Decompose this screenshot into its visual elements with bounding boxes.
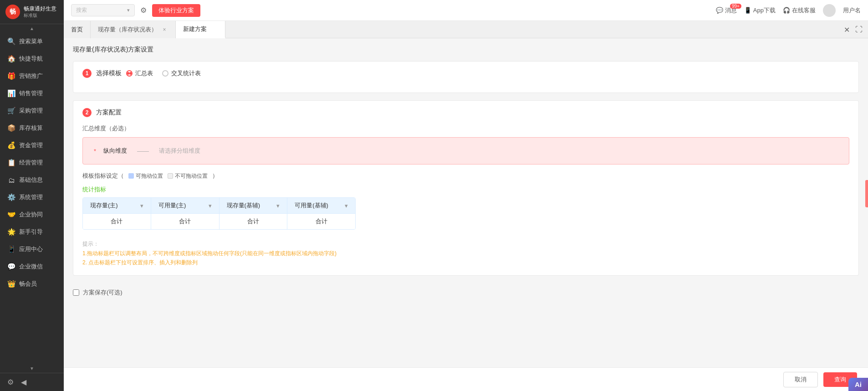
tab-new-label: 新建方案 bbox=[183, 25, 207, 33]
tab-inventory-close[interactable]: × bbox=[161, 26, 168, 33]
sidebar-item-inventory[interactable]: 📦 库存核算 bbox=[0, 119, 64, 137]
settings-icon[interactable]: ⚙ bbox=[7, 378, 14, 386]
sidebar-item-app-center[interactable]: 📱 应用中心 bbox=[0, 241, 64, 258]
money-icon: 💰 bbox=[7, 141, 15, 149]
topbar-settings-icon[interactable]: ⚙ bbox=[140, 6, 147, 15]
sidebar-item-new-guide[interactable]: 🌟 新手引导 bbox=[0, 223, 64, 241]
sidebar-item-label: 企业微信 bbox=[19, 262, 43, 271]
fixed-label: 不可拖动位置 bbox=[175, 172, 208, 180]
sidebar-item-label: 基础信息 bbox=[19, 176, 43, 184]
sidebar-item-label: 营销推广 bbox=[19, 72, 43, 80]
sidebar-item-member[interactable]: 👑 畅会员 bbox=[0, 275, 64, 293]
aggregate-label: 汇总维度（必选） bbox=[82, 124, 849, 133]
tab-home[interactable]: 首页 bbox=[64, 21, 91, 38]
section2-number: 2 bbox=[82, 108, 92, 117]
tab-expand-icon[interactable]: ⛶ bbox=[853, 24, 864, 36]
sidebar-item-wechat[interactable]: 💬 企业微信 bbox=[0, 258, 64, 275]
sidebar-item-finance[interactable]: 💰 资金管理 bbox=[0, 137, 64, 154]
service-btn[interactable]: 🎧 在线客服 bbox=[783, 6, 816, 15]
app-version: 标准版 bbox=[24, 12, 56, 19]
sidebar-scroll-down[interactable]: ▼ bbox=[0, 364, 64, 373]
message-btn[interactable]: 💬 消息 99+ bbox=[716, 6, 737, 15]
dimension-box[interactable]: * 纵向维度 —— 请选择分组维度 bbox=[82, 137, 849, 165]
app-download-btn[interactable]: 📱 App下载 bbox=[744, 6, 776, 15]
hint-item-1-text: 2. 点击标题栏下拉可设置排序、插入列和删除列 bbox=[82, 259, 198, 266]
stats-col-3[interactable]: 可用量(基辅) ▾ bbox=[287, 198, 355, 213]
template-close: ） bbox=[212, 172, 218, 180]
cancel-button[interactable]: 取消 bbox=[783, 372, 818, 387]
stats-col-arrow-2[interactable]: ▾ bbox=[276, 202, 280, 209]
username[interactable]: 用户名 bbox=[843, 6, 861, 15]
app-logo-icon: 畅 bbox=[5, 5, 20, 19]
industry-btn[interactable]: 体验行业方案 bbox=[152, 4, 200, 17]
crown-icon: 👑 bbox=[7, 280, 15, 288]
right-edge-scroll-bar[interactable] bbox=[865, 180, 868, 207]
stats-col-label-1: 可用量(主) bbox=[158, 201, 186, 210]
mobile-icon: 📱 bbox=[7, 245, 15, 253]
stats-col-0[interactable]: 现存量(主) ▾ bbox=[83, 198, 151, 213]
stats-cell-0-0: 合计 bbox=[83, 213, 151, 229]
fixed-indicator: 不可拖动位置 bbox=[168, 172, 208, 180]
chart-icon: 📊 bbox=[7, 89, 15, 98]
app-name: 畅康通好生意 bbox=[24, 5, 56, 13]
collapse-icon[interactable]: ◀ bbox=[21, 378, 26, 386]
tab-home-label: 首页 bbox=[71, 26, 83, 34]
stats-col-arrow-0[interactable]: ▾ bbox=[140, 202, 143, 209]
movable-indicator: 可拖动位置 bbox=[128, 172, 163, 180]
sidebar-item-quick-nav[interactable]: 🏠 快捷导航 bbox=[0, 50, 64, 67]
sidebar-item-enterprise[interactable]: 🤝 企业协同 bbox=[0, 206, 64, 223]
sidebar-item-system[interactable]: ⚙️ 系统管理 bbox=[0, 189, 64, 206]
message-icon: 💬 bbox=[716, 7, 723, 14]
hint-item-1: 2. 点击标题栏下拉可设置排序、插入列和删除列 bbox=[82, 259, 849, 267]
stats-cell-0-1: 合计 bbox=[151, 213, 220, 229]
sidebar-item-marketing[interactable]: 🎁 营销推广 bbox=[0, 67, 64, 85]
stats-col-arrow-3[interactable]: ▾ bbox=[345, 202, 348, 209]
radio-cross-label: 交叉统计表 bbox=[171, 69, 201, 77]
stats-col-label-3: 可用量(基辅) bbox=[295, 201, 328, 210]
radio-cross[interactable]: 交叉统计表 bbox=[162, 69, 201, 77]
ai-badge[interactable]: Ai bbox=[848, 378, 868, 391]
section1-card: 1 选择模板 汇总表 交叉统计表 bbox=[73, 61, 859, 93]
section2-card: 2 方案配置 汇总维度（必选） * 纵向维度 —— 请选择分组维度 模板指标设定… bbox=[73, 100, 859, 276]
section1-number: 1 bbox=[82, 69, 92, 78]
stats-col-1[interactable]: 可用量(主) ▾ bbox=[151, 198, 220, 213]
user-avatar[interactable] bbox=[823, 4, 836, 17]
tab-inventory-status[interactable]: 现存量（库存状况表） × bbox=[91, 21, 176, 38]
sidebar-item-label: 销售管理 bbox=[19, 89, 43, 98]
main-area: 搜索 ▾ ⚙ 体验行业方案 💬 消息 99+ 📱 App下载 🎧 在线客服 用户… bbox=[64, 0, 868, 391]
dimension-label: 纵向维度 bbox=[103, 147, 127, 155]
sidebar-item-label: 经营管理 bbox=[19, 159, 43, 167]
sidebar-item-operation[interactable]: 📋 经营管理 bbox=[0, 154, 64, 171]
sidebar-item-sales[interactable]: 📊 销售管理 bbox=[0, 85, 64, 102]
stats-col-2[interactable]: 现存量(基辅) ▾ bbox=[220, 198, 288, 213]
radio-summary[interactable]: 汇总表 bbox=[126, 69, 153, 77]
radio-cross-circle bbox=[162, 70, 168, 77]
sidebar-scroll-up[interactable]: ▲ bbox=[0, 24, 64, 33]
clipboard-icon: 📋 bbox=[7, 159, 15, 167]
sidebar-item-basic-info[interactable]: 🗂 基础信息 bbox=[0, 171, 64, 189]
sidebar-item-label: 库存核算 bbox=[19, 124, 43, 132]
sidebar-item-label: 系统管理 bbox=[19, 193, 43, 201]
sidebar-item-search-menu[interactable]: 🔍 搜索菜单 bbox=[0, 33, 64, 50]
tab-new-close[interactable]: × bbox=[210, 26, 218, 33]
stats-cell-0-3: 合计 bbox=[287, 213, 355, 229]
chat-icon: 💬 bbox=[7, 262, 15, 271]
hints: 提示： 1.拖动标题栏可以调整布局，不可跨维度或指标区域拖动任何字段(只能在同一… bbox=[82, 240, 849, 267]
dimension-required-mark: * bbox=[94, 148, 96, 154]
stats-col-arrow-1[interactable]: ▾ bbox=[209, 202, 212, 209]
service-label: 在线客服 bbox=[792, 6, 816, 15]
sidebar-item-label: 新手引导 bbox=[19, 228, 43, 236]
sidebar-item-purchase[interactable]: 🛒 采购管理 bbox=[0, 102, 64, 119]
tab-new-plan[interactable]: 新建方案 × bbox=[176, 21, 225, 38]
topbar: 搜索 ▾ ⚙ 体验行业方案 💬 消息 99+ 📱 App下载 🎧 在线客服 用户… bbox=[64, 0, 868, 21]
template-label-text: 模板指标设定（ bbox=[82, 172, 124, 180]
tab-close-all-icon[interactable]: ✕ bbox=[842, 24, 852, 36]
save-checkbox[interactable] bbox=[73, 289, 79, 296]
sidebar-item-label: 快捷导航 bbox=[19, 55, 43, 63]
tabbar-icons: ✕ ⛶ bbox=[838, 21, 868, 38]
service-icon: 🎧 bbox=[783, 7, 790, 14]
search-icon: 🔍 bbox=[7, 37, 15, 46]
stats-col-label-0: 现存量(主) bbox=[90, 201, 118, 210]
topbar-search[interactable]: 搜索 ▾ bbox=[71, 4, 135, 16]
dimension-dash: —— bbox=[137, 148, 149, 154]
